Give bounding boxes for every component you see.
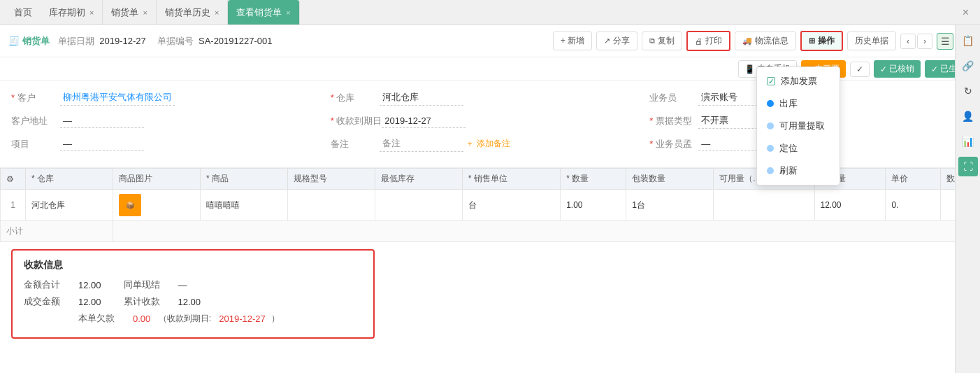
phone-icon: 📱 (744, 64, 755, 74)
subtotal-row: 小计 (1, 221, 980, 242)
dropdown-refresh[interactable]: 刷新 (757, 160, 840, 182)
print-button[interactable]: 🖨 打印 (686, 31, 730, 51)
tab-home[interactable]: 首页 (6, 6, 41, 19)
sold-btn[interactable]: ✓ 已核销 (874, 60, 921, 78)
sidebar-icon-expand[interactable]: ⛶ (958, 157, 978, 176)
transaction-amount-value: 12.00 (78, 297, 101, 307)
tab-close-history[interactable]: × (215, 8, 219, 17)
payment-date-value[interactable]: 2019-12-27 (382, 114, 466, 128)
cumulative-collection-value: 12.00 (178, 297, 201, 307)
row-unit: 台 (462, 190, 560, 221)
row-num: 1 (1, 190, 26, 221)
cumulative-collection-field: 累计收款 12.00 (124, 295, 201, 308)
th-product: * 商品 (200, 169, 287, 190)
row-min-stock (375, 190, 462, 221)
tab-inventory-init[interactable]: 库存期初 × (41, 0, 103, 24)
th-pkg-qty: 包装数量 (626, 169, 714, 190)
header-actions: + 新增 ↗ 分享 ⧉ 复制 🖨 打印 🚚 物流信息 (553, 31, 972, 51)
sold-icon: ✓ (880, 64, 887, 74)
tab-sales-history[interactable]: 销货单历史 × (157, 0, 228, 24)
same-order-settle-value: — (178, 280, 187, 290)
th-warehouse: * 仓库 (26, 169, 113, 190)
payment-date-field: 收款到期日 2019-12-27 (331, 114, 650, 128)
doc-header: 🧾 销货单 单据日期 2019-12-27 单据编号 SA-20191227-0… (0, 25, 980, 57)
subtotal-values (113, 221, 979, 242)
doc-icon: 🧾 销货单 (8, 35, 50, 48)
payment-info-box: 收款信息 金额合计 12.00 同单现结 — 成交金额 12.00 (11, 249, 375, 339)
row-spec (287, 190, 375, 221)
window-close-button[interactable]: × (957, 6, 974, 19)
effective-icon: ✓ (931, 64, 938, 74)
row-product[interactable]: 嘻嘻嘻嘻 (200, 190, 287, 221)
current-due-field: 本单欠款 0.00 （收款到期日: 2019-12-27 ） (78, 312, 280, 325)
sidebar-icon-link[interactable]: 🔗 (958, 56, 978, 76)
nav-prev[interactable]: ‹ (900, 34, 916, 49)
add-remark-btn[interactable]: ＋ 添加备注 (466, 138, 510, 150)
total-amount-field: 金额合计 12.00 (24, 279, 101, 291)
row-price: 0. (886, 190, 941, 221)
tab-bar: 首页 库存期初 × 销货单 × 销货单历史 × 查看销货单 × × (0, 0, 980, 25)
payment-row-2: 成交金额 12.00 累计收款 12.00 (24, 295, 362, 308)
remark-field: 备注 备注 ＋ 添加备注 (331, 136, 650, 152)
customer-field: 客户 柳州粤港平安气体有限公司 (11, 90, 331, 106)
operations-button[interactable]: ⊞ 操作 (800, 31, 843, 51)
row-current-stock: 12.00 (814, 190, 886, 221)
sidebar-icon-user[interactable]: 👤 (958, 106, 978, 126)
new-button[interactable]: + 新增 (553, 31, 592, 50)
transaction-amount-field: 成交金额 12.00 (24, 295, 101, 308)
row-qty: 1.00 (561, 190, 626, 221)
due-date-value: 2019-12-27 (219, 314, 266, 324)
row-pkg-qty: 1台 (626, 190, 714, 221)
remark-value: 备注 (380, 136, 463, 152)
tab-close-inventory[interactable]: × (89, 8, 94, 17)
th-min-stock: 最低库存 (375, 169, 462, 190)
payment-row-3: 本单欠款 0.00 （收款到期日: 2019-12-27 ） (24, 312, 362, 325)
right-sidebar: 📋 🔗 ↻ 👤 📊 ⛶ (955, 25, 980, 373)
layout-list[interactable]: ☰ (937, 33, 953, 50)
nav-next[interactable]: › (917, 34, 932, 49)
dropdown-available-extract[interactable]: 可用量提取 (757, 115, 840, 137)
warehouse-field: 仓库 河北仓库 (331, 90, 650, 106)
dropdown-add-invoice[interactable]: ✓ 添加发票 (757, 70, 840, 92)
project-value: — (60, 137, 144, 151)
share-button[interactable]: ↗ 分享 (596, 31, 637, 50)
logistics-button[interactable]: 🚚 物流信息 (735, 31, 796, 50)
row-product-img: 📦 (113, 190, 200, 221)
product-image: 📦 (119, 194, 141, 216)
tab-view-sales[interactable]: 查看销货单 × (228, 0, 299, 24)
sidebar-icon-refresh[interactable]: ↻ (958, 81, 978, 101)
subtotal-label: 小计 (1, 221, 113, 242)
operations-dropdown: ✓ 添加发票 出库 可用量提取 定位 刷新 (756, 66, 840, 185)
tab-close-sales[interactable]: × (143, 8, 147, 17)
bottom-panel: 收款信息 金额合计 12.00 同单现结 — 成交金额 12.00 (0, 242, 980, 346)
copy-button[interactable]: ⧉ 复制 (642, 31, 682, 50)
th-price: 单价 (886, 169, 941, 190)
tab-close-view[interactable]: × (286, 8, 290, 17)
th-unit: * 销售单位 (462, 169, 560, 190)
payment-info-title: 收款信息 (24, 259, 362, 272)
available-extract-icon (767, 122, 774, 129)
customer-value[interactable]: 柳州粤港平安气体有限公司 (60, 90, 175, 106)
project-field: 项目 — (11, 137, 331, 151)
payment-row-1: 金额合计 12.00 同单现结 — (24, 279, 362, 291)
total-amount-value: 12.00 (78, 280, 101, 290)
th-settings[interactable]: ⚙ (1, 169, 26, 190)
history-button[interactable]: 历史单据 (847, 31, 896, 50)
address-value: — (60, 114, 144, 128)
th-spec: 规格型号 (287, 169, 375, 190)
nav-arrows: ‹ › (900, 34, 932, 49)
tab-sales-order[interactable]: 销货单 × (103, 0, 156, 24)
check-btn[interactable]: ✓ (850, 62, 870, 77)
table-row: 1 河北仓库 📦 嘻嘻嘻嘻 台 1.00 1台 12.00 0. (1, 190, 980, 221)
row-available (714, 190, 814, 221)
dropdown-locate[interactable]: 定位 (757, 137, 840, 160)
same-order-settle-field: 同单现结 — (124, 279, 187, 291)
warehouse-value[interactable]: 河北仓库 (380, 90, 463, 106)
sidebar-icon-chart[interactable]: 📊 (958, 132, 978, 151)
sidebar-icon-doc[interactable]: 📋 (958, 31, 978, 50)
refresh-icon (767, 167, 774, 174)
locate-icon (767, 145, 774, 152)
dropdown-out-warehouse[interactable]: 出库 (757, 92, 840, 115)
doc-meta: 单据日期 2019-12-27 单据编号 SA-20191227-001 (58, 35, 273, 48)
out-warehouse-icon (767, 100, 774, 107)
